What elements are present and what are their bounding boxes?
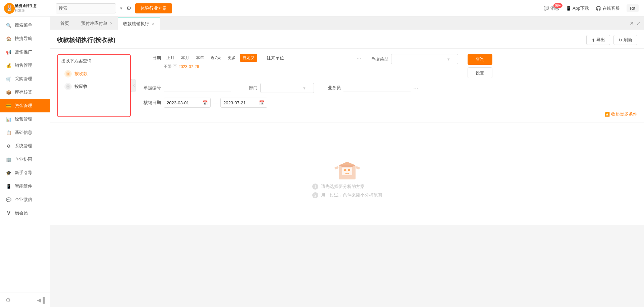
tabbar-close-all-button[interactable]: ✕ (630, 20, 634, 27)
collapse-more-button[interactable]: 🔼 收起更多条件 (141, 111, 637, 117)
sidebar-item-enterprise[interactable]: 🏢 企业协同 (0, 153, 50, 166)
svg-point-7 (348, 169, 351, 171)
sidebar-collapse-icon[interactable]: ◀▐ (37, 297, 45, 303)
counterpart-input[interactable] (287, 54, 354, 62)
settings-gear-icon[interactable]: ⚙ (5, 296, 11, 304)
tab-prepay-close[interactable]: × (110, 21, 112, 26)
sidebar-label-wechat: 企业微信 (15, 197, 32, 203)
marketing-icon: 📢 (5, 49, 12, 55)
date-quick-buttons: 上月 本月 本年 近7天 更多 自定义 (164, 54, 257, 62)
refresh-button[interactable]: ↻ 刷新 (613, 35, 637, 45)
counterpart-more-icon[interactable]: ··· (357, 55, 362, 62)
export-icon: ⬆ (591, 38, 595, 43)
tabbar-expand-button[interactable]: ⤢ (637, 21, 641, 26)
sidebar-item-finance[interactable]: 💳 资金管理 (0, 99, 50, 112)
staff-label: 业务员 (321, 85, 341, 91)
online-service-button[interactable]: 🎧 在线客服 (596, 5, 620, 11)
filter-panel: 按以下方案查询 ¥ 按收款 ○ (50, 49, 644, 122)
doc-no-label: 单据编号 (141, 85, 161, 91)
sidebar-item-sys[interactable]: ⚙ 系统管理 (0, 139, 50, 153)
sidebar-item-guide[interactable]: 🎓 新手引导 (0, 166, 50, 180)
receivable-option-label: 按应收 (74, 84, 88, 90)
sidebar-label-guide: 新手引导 (15, 170, 32, 176)
sidebar-logo: 🐰 畅捷通好生意 标准版 (0, 0, 50, 17)
sidebar-item-sales[interactable]: 💰 销售管理 (0, 59, 50, 72)
sales-icon: 💰 (5, 62, 12, 69)
sidebar-item-quick-nav[interactable]: 🏠 快捷导航 (0, 32, 50, 45)
calendar-icon-end: 📅 (259, 100, 264, 105)
sidebar-item-marketing[interactable]: 📢 营销推广 (0, 45, 50, 59)
sidebar-item-biz[interactable]: 📊 经营管理 (0, 112, 50, 126)
filter-type-selector: 按以下方案查询 ¥ 按收款 ○ (57, 54, 131, 117)
staff-more-icon[interactable]: ··· (413, 85, 418, 92)
staff-input[interactable] (343, 84, 411, 92)
filter-collapse-button[interactable]: 《 (131, 79, 136, 92)
app-download-label: App下载 (573, 5, 589, 11)
query-button[interactable]: 查询 (468, 54, 492, 65)
sidebar-item-purchase[interactable]: 🛒 采购管理 (0, 72, 50, 86)
online-service-icon: 🎧 (596, 6, 601, 11)
sidebar-item-basic[interactable]: 📋 基础信息 (0, 126, 50, 139)
offset-date-label: 核销日期 (141, 100, 161, 106)
dept-label: 部门 (237, 85, 258, 91)
enterprise-icon: 🏢 (5, 156, 12, 163)
counterpart-field: 往来单位 ··· (264, 54, 362, 62)
date-btn-custom[interactable]: 自定义 (240, 54, 257, 62)
tab-prepay-label: 预付冲应付单 (81, 20, 107, 27)
dept-select[interactable]: ▾ (260, 83, 314, 93)
sidebar-label-inventory: 库存核算 (15, 89, 32, 95)
tab-receipt-offset[interactable]: 收款核销执行 × (118, 17, 160, 30)
home-icon: 🏠 (5, 35, 12, 42)
offset-date-start-input[interactable]: 2023-03-01 📅 (164, 98, 211, 108)
sidebar-item-hardware[interactable]: 📱 智能硬件 (0, 180, 50, 193)
filter-option-receivable[interactable]: ○ 按应收 (61, 80, 127, 93)
tab-receipt-offset-close[interactable]: × (152, 21, 154, 26)
industry-solution-button[interactable]: 体验行业方案 (135, 3, 172, 13)
date-btn-this-year[interactable]: 本年 (193, 54, 207, 62)
step2-text: 用「过滤」条件来缩小分析范围 (321, 192, 382, 198)
logo-text-block: 畅捷通好生意 标准版 (15, 3, 37, 13)
inventory-icon: 📦 (5, 89, 12, 96)
basic-icon: 📋 (5, 129, 12, 136)
filter-row2: 单据编号 部门 ▾ 业务员 ··· (141, 83, 637, 93)
empty-illustration (330, 150, 364, 184)
offset-date-start-value: 2023-03-01 (167, 100, 189, 105)
doc-type-label: 单据类型 (368, 56, 388, 62)
tab-receipt-offset-label: 收款核销执行 (123, 21, 149, 27)
date-range-info: 不限 至 2023-07-26 (141, 64, 257, 69)
message-badge: 99+ (553, 3, 562, 8)
biz-icon: 📊 (5, 116, 12, 122)
date-btn-this-month[interactable]: 本月 (178, 54, 192, 62)
topbar-gear-icon[interactable]: ⚙ (126, 5, 131, 11)
date-btn-more[interactable]: 更多 (225, 54, 238, 62)
page-header-actions: ⬆ 导出 ↻ 刷新 (586, 35, 637, 45)
doc-type-select[interactable]: ▾ (391, 54, 458, 64)
app-download-button[interactable]: 📱 App下载 (566, 5, 589, 11)
doc-no-input[interactable] (164, 84, 231, 92)
sidebar-item-wechat[interactable]: 💬 企业微信 (0, 193, 50, 206)
user-profile[interactable]: Rit (627, 4, 639, 12)
empty-step1: 1 请先选择要分析的方案 (312, 184, 382, 190)
tab-prepay[interactable]: 预付冲应付单 × (76, 17, 118, 30)
sidebar-label-sales: 销售管理 (15, 62, 32, 68)
tabbar: 首页 预付冲应付单 × 收款核销执行 × ✕ ⤢ (50, 17, 644, 30)
date-btn-last-month[interactable]: 上月 (164, 54, 177, 62)
username-label: Rit (630, 6, 635, 11)
date-end-value: 2023-07-26 (178, 64, 199, 69)
topbar-search-input[interactable] (56, 3, 116, 13)
filter-option-receipt[interactable]: ¥ 按收款 (61, 67, 127, 80)
export-button[interactable]: ⬆ 导出 (586, 35, 610, 45)
tab-home[interactable]: 首页 (54, 17, 76, 30)
settings-button[interactable]: 设置 (468, 67, 492, 78)
offset-date-end-input[interactable]: 2023-07-21 📅 (220, 98, 267, 108)
sidebar-item-search[interactable]: 🔍 搜索菜单 (0, 18, 50, 32)
message-button[interactable]: 💬 消息 99+ (544, 5, 559, 11)
offset-date-field: 核销日期 2023-03-01 📅 — 2023-07-21 📅 (141, 98, 267, 108)
date-btn-7days[interactable]: 近7天 (208, 54, 224, 62)
collapse-arrow-icon: 🔼 (604, 112, 610, 117)
sidebar-item-member[interactable]: V 畅会员 (0, 206, 50, 220)
sidebar-item-inventory[interactable]: 📦 库存核算 (0, 86, 50, 99)
topbar-dropdown-arrow[interactable]: ▾ (120, 6, 122, 11)
receivable-option-icon: ○ (64, 83, 72, 90)
page-header: 收款核销执行(按收款) ⬆ 导出 ↻ 刷新 (50, 30, 644, 49)
